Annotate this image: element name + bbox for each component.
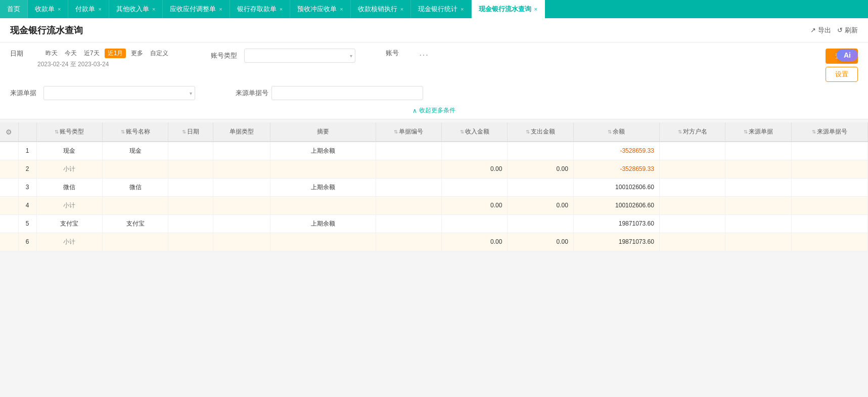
row-settings-cell [0,160,18,178]
ai-button[interactable]: Ai [837,49,858,61]
row-doc-type [213,160,270,178]
close-icon[interactable]: × [280,6,283,12]
th-income[interactable]: ⇅收入金额 [442,122,508,142]
row-date [168,178,213,196]
table-row: 6小计0.000.0019871073.60 [0,233,868,251]
account-type-label: 账号类型 [211,51,241,60]
row-doc-type [213,178,270,196]
close-icon[interactable]: × [400,6,403,12]
row-expense: 0.00 [508,160,573,178]
close-icon[interactable]: × [534,6,537,12]
source-doc-num-label: 来源单据号 [236,89,268,98]
th-counterparty[interactable]: ⇅对方户名 [659,122,725,142]
row-doc-no [376,178,441,196]
close-icon[interactable]: × [219,6,222,12]
row-source-doc-no [791,233,867,251]
nav-bank-deposit[interactable]: 银行存取款单 × [230,0,290,18]
row-account-type: 小计 [36,196,102,214]
row-settings-cell [0,142,18,160]
row-summary [270,233,376,251]
sort-arrows-icon: ⇅ [121,129,125,135]
date-today[interactable]: 今天 [63,49,79,58]
source-doc-num-input[interactable] [271,86,423,100]
th-source-doc-no[interactable]: ⇅来源单据号 [791,122,867,142]
nav-collection-exec[interactable]: 收款核销执行 × [351,0,411,18]
row-counterparty [659,142,725,160]
row-account-type: 小计 [36,233,102,251]
row-counterparty [659,233,725,251]
date-label: 日期 [10,49,40,58]
date-7days[interactable]: 近7天 [82,49,102,58]
row-balance: 100102606.60 [573,196,659,214]
sort-arrows-icon: ⇅ [678,129,682,135]
row-balance: -3528659.33 [573,142,659,160]
close-icon[interactable]: × [152,6,155,12]
th-balance[interactable]: ⇅余额 [573,122,659,142]
nav-cash-flow-query[interactable]: 现金银行流水查询 × [472,0,545,18]
row-source-doc [725,160,791,178]
row-doc-no [376,142,441,160]
date-custom[interactable]: 自定义 [148,49,170,58]
row-doc-no [376,214,441,233]
close-icon[interactable]: × [461,6,464,12]
th-index [18,122,36,142]
account-type-select[interactable] [244,49,355,63]
row-source-doc-no [791,196,867,214]
th-date[interactable]: ⇅日期 [168,122,213,142]
source-doc-select[interactable] [43,86,195,100]
row-index: 2 [18,160,36,178]
row-expense: 0.00 [508,233,573,251]
row-source-doc-no [791,160,867,178]
row-balance: -3528659.33 [573,160,659,178]
date-more[interactable]: 更多 [129,49,145,58]
row-index: 1 [18,142,36,160]
account-dots-button[interactable]: ... [419,49,429,58]
nav-home[interactable]: 首页 [0,0,28,18]
sort-arrows-icon: ⇅ [55,129,59,135]
th-settings[interactable]: ⚙ [0,122,18,142]
date-1month[interactable]: 近1月 [105,49,126,58]
th-expense[interactable]: ⇅支出金额 [508,122,573,142]
nav-adjustment[interactable]: 应收应付调整单 × [163,0,230,18]
row-income [442,214,508,233]
nav-cash-stats[interactable]: 现金银行统计 × [411,0,471,18]
nav-other-income[interactable]: 其他收入单 × [109,0,163,18]
row-account-name [102,160,168,178]
row-source-doc [725,142,791,160]
table-row: 5支付宝支付宝上期余额19871073.60 [0,214,868,233]
row-doc-type [213,214,270,233]
nav-receipt[interactable]: 收款单 × [28,0,68,18]
export-button[interactable]: ↗ 导出 [810,26,831,35]
row-summary: 上期余额 [270,142,376,160]
row-summary: 上期余额 [270,178,376,196]
row-settings-cell [0,196,18,214]
row-index: 5 [18,214,36,233]
gear-icon[interactable]: ⚙ [6,128,12,136]
row-account-name: 支付宝 [102,214,168,233]
row-account-type: 现金 [36,142,102,160]
settings-button[interactable]: 设置 [826,67,858,82]
sort-arrows-icon: ⇅ [394,129,398,135]
refresh-button[interactable]: ↺ 刷新 [837,26,858,35]
nav-payment[interactable]: 付款单 × [68,0,109,18]
row-date [168,142,213,160]
row-account-name: 微信 [102,178,168,196]
th-source-doc[interactable]: ⇅来源单据 [725,122,791,142]
table-row: 4小计0.000.00100102606.60 [0,196,868,214]
date-yesterday[interactable]: 昨天 [43,49,60,58]
th-doc-no[interactable]: ⇅单据编号 [376,122,441,142]
refresh-icon: ↺ [837,26,843,34]
th-account-name[interactable]: ⇅账号名称 [102,122,168,142]
th-account-type[interactable]: ⇅账号类型 [36,122,102,142]
row-counterparty [659,178,725,196]
close-icon[interactable]: × [98,6,101,12]
collapse-bar[interactable]: ∧ 收起更多条件 [10,104,858,119]
row-index: 6 [18,233,36,251]
row-counterparty [659,196,725,214]
row-account-type: 支付宝 [36,214,102,233]
row-counterparty [659,214,725,233]
collapse-up-icon: ∧ [413,107,417,114]
nav-advance-offset[interactable]: 预收冲应收单 × [290,0,350,18]
close-icon[interactable]: × [58,6,61,12]
close-icon[interactable]: × [340,6,343,12]
